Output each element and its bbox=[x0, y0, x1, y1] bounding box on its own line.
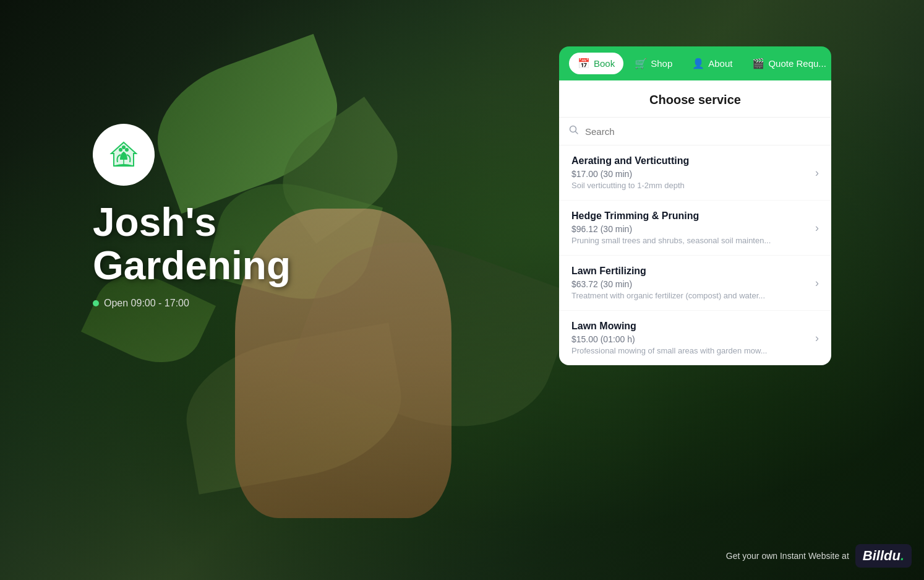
service-item[interactable]: Aerating and Verticutting $17.00 (30 min… bbox=[559, 145, 831, 201]
service-item[interactable]: Hedge Trimming & Pruning $96.12 (30 min)… bbox=[559, 201, 831, 256]
service-name-1: Hedge Trimming & Pruning bbox=[571, 210, 808, 222]
svg-point-1 bbox=[122, 145, 126, 149]
chevron-right-icon: › bbox=[815, 332, 819, 345]
chevron-right-icon: › bbox=[815, 167, 819, 180]
footer-text: Get your own Instant Website at bbox=[726, 551, 849, 561]
status-dot bbox=[93, 300, 99, 306]
booking-widget: 📅 Book 🛒 Shop 👤 About 🎬 Quote Requ... Ch… bbox=[559, 46, 831, 365]
service-desc-2: Treatment with organic fertilizer (compo… bbox=[571, 291, 808, 300]
billdu-logo: Billdu. bbox=[855, 544, 912, 568]
nav-quote[interactable]: 🎬 Quote Requ... bbox=[743, 53, 834, 74]
service-info-1: Hedge Trimming & Pruning $96.12 (30 min)… bbox=[571, 210, 808, 245]
service-desc-3: Professional mowing of small areas with … bbox=[571, 346, 808, 355]
service-list: Aerating and Verticutting $17.00 (30 min… bbox=[559, 145, 831, 365]
business-name: Josh's Gardening bbox=[93, 201, 291, 288]
service-price-2: $63.72 (30 min) bbox=[571, 279, 808, 289]
nav-shop-label: Shop bbox=[651, 58, 672, 69]
service-name-3: Lawn Mowing bbox=[571, 321, 808, 332]
shop-icon: 🛒 bbox=[635, 58, 647, 69]
service-item[interactable]: Lawn Fertilizing $63.72 (30 min) Treatme… bbox=[559, 256, 831, 311]
service-price-1: $96.12 (30 min) bbox=[571, 224, 808, 234]
logo-svg bbox=[105, 136, 142, 173]
billdu-brand-text: Billdu. bbox=[863, 548, 904, 564]
svg-line-5 bbox=[576, 132, 578, 134]
nav-quote-label: Quote Requ... bbox=[768, 58, 826, 69]
search-input[interactable] bbox=[585, 126, 821, 137]
svg-point-2 bbox=[125, 148, 129, 152]
service-price-3: $15.00 (01:00 h) bbox=[571, 334, 808, 344]
chevron-right-icon: › bbox=[815, 222, 819, 235]
service-price-0: $17.00 (30 min) bbox=[571, 169, 808, 179]
nav-book[interactable]: 📅 Book bbox=[569, 53, 623, 74]
footer: Get your own Instant Website at Billdu. bbox=[726, 544, 912, 568]
service-name-2: Lawn Fertilizing bbox=[571, 266, 808, 277]
service-name-0: Aerating and Verticutting bbox=[571, 155, 808, 167]
book-icon: 📅 bbox=[578, 58, 590, 69]
svg-point-0 bbox=[119, 148, 122, 152]
nav-about[interactable]: 👤 About bbox=[683, 53, 741, 74]
service-info-0: Aerating and Verticutting $17.00 (30 min… bbox=[571, 155, 808, 190]
quote-icon: 🎬 bbox=[752, 58, 764, 69]
business-logo bbox=[93, 124, 155, 186]
nav-shop[interactable]: 🛒 Shop bbox=[626, 53, 681, 74]
business-info: Josh's Gardening Open 09:00 - 17:00 bbox=[93, 124, 291, 309]
nav-bar: 📅 Book 🛒 Shop 👤 About 🎬 Quote Requ... bbox=[559, 46, 831, 80]
search-icon bbox=[569, 125, 579, 137]
service-item[interactable]: Lawn Mowing $15.00 (01:00 h) Professiona… bbox=[559, 311, 831, 365]
about-icon: 👤 bbox=[692, 58, 704, 69]
service-desc-1: Pruning small trees and shrubs, seasonal… bbox=[571, 236, 808, 245]
status-text: Open 09:00 - 17:00 bbox=[104, 298, 189, 309]
nav-book-label: Book bbox=[594, 58, 615, 69]
panel-title: Choose service bbox=[559, 80, 831, 118]
search-container bbox=[559, 118, 831, 145]
business-status: Open 09:00 - 17:00 bbox=[93, 298, 291, 309]
chevron-right-icon: › bbox=[815, 277, 819, 290]
nav-about-label: About bbox=[708, 58, 732, 69]
service-desc-0: Soil verticutting to 1-2mm depth bbox=[571, 181, 808, 190]
service-panel: Choose service Aerating and Verticutting… bbox=[559, 80, 831, 365]
service-info-2: Lawn Fertilizing $63.72 (30 min) Treatme… bbox=[571, 266, 808, 300]
service-info-3: Lawn Mowing $15.00 (01:00 h) Professiona… bbox=[571, 321, 808, 355]
